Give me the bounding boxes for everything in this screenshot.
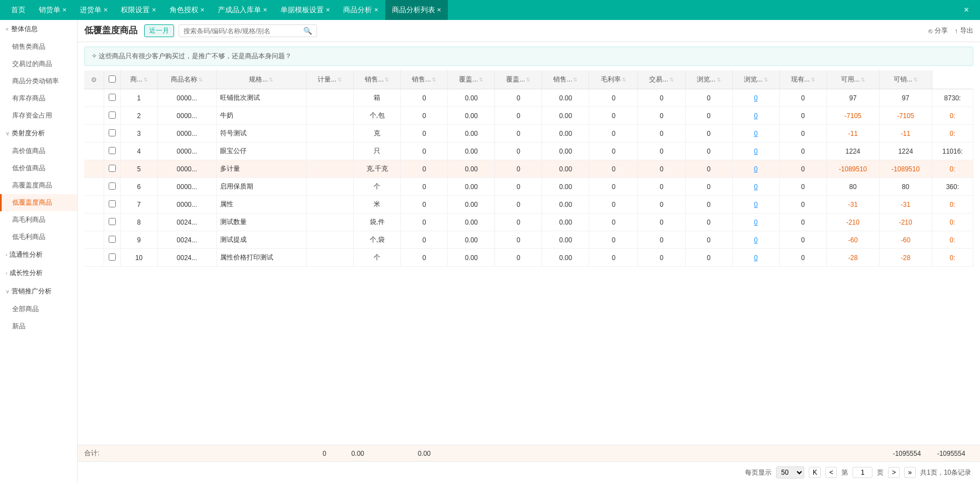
row-sales-qty: 0 xyxy=(401,143,448,160)
sidebar-item-new-products[interactable]: 新品 xyxy=(0,318,77,335)
row-check-9[interactable] xyxy=(109,253,116,261)
nav-templates[interactable]: 单据模板设置 × xyxy=(274,0,336,20)
row-checkbox[interactable] xyxy=(104,125,120,143)
nav-products[interactable]: 产成品入库单 × xyxy=(211,0,274,20)
col-browse1[interactable]: 浏览...⇅ xyxy=(685,70,732,89)
prev-page-btn[interactable]: < xyxy=(825,467,837,478)
row-cover1: 0 xyxy=(495,107,542,125)
sidebar-item-stocked[interactable]: 有库存商品 xyxy=(0,90,77,107)
col-unit[interactable]: 计量...⇅ xyxy=(307,70,354,89)
nav-permissions[interactable]: 权限设置 × xyxy=(114,0,162,20)
col-name[interactable]: 商品名称⇅ xyxy=(157,70,216,89)
last-page-btn[interactable]: » xyxy=(904,467,916,478)
row-browse1[interactable]: 0 xyxy=(732,196,779,213)
row-browse1[interactable]: 0 xyxy=(732,107,779,125)
row-check-1[interactable] xyxy=(109,111,116,119)
period-button[interactable]: 近一月 xyxy=(144,24,174,37)
sidebar-item-category-rate[interactable]: 商品分类动销率 xyxy=(0,73,77,90)
sidebar-item-high-gross[interactable]: 高毛利商品 xyxy=(0,211,77,228)
row-check-0[interactable] xyxy=(109,94,116,101)
col-saleable[interactable]: 可销...⇅ xyxy=(879,70,932,89)
row-checkbox[interactable] xyxy=(104,249,120,267)
row-browse1[interactable]: 0 xyxy=(732,143,779,160)
nav-home[interactable]: 首页 xyxy=(4,0,32,20)
first-page-btn[interactable]: K xyxy=(809,467,821,478)
sidebar-item-low-coverage[interactable]: 低覆盖度商品 xyxy=(0,194,77,211)
share-button[interactable]: ⎋ 分享 xyxy=(928,26,948,35)
sidebar-section-overall[interactable]: « 整体信息 xyxy=(0,20,77,38)
col-sales-qty[interactable]: 销售...⇅ xyxy=(354,70,401,89)
sidebar-section-growth[interactable]: › 成长性分析 xyxy=(0,264,77,282)
sort-icon-sales-amt: ⇅ xyxy=(432,77,436,83)
sidebar-item-all-products[interactable]: 全部商品 xyxy=(0,301,77,318)
row-browse1[interactable]: 0 xyxy=(732,231,779,249)
row-checkbox[interactable] xyxy=(104,143,120,160)
row-check-3[interactable] xyxy=(109,147,116,154)
next-page-btn[interactable]: > xyxy=(888,467,900,478)
row-settings xyxy=(84,231,104,249)
nav-close-btn[interactable]: × xyxy=(957,5,976,15)
col-cover2[interactable]: 覆盖...⇅ xyxy=(495,70,542,89)
row-browse1[interactable]: 0 xyxy=(732,160,779,178)
row-cover2: 0.00 xyxy=(542,196,589,213)
nav-analysis-list[interactable]: 商品分析列表 × xyxy=(385,0,448,20)
row-checkbox[interactable] xyxy=(104,231,120,249)
col-gross[interactable]: 毛利率⇅ xyxy=(589,70,638,89)
row-checkbox[interactable] xyxy=(104,89,120,107)
col-code[interactable]: 商...⇅ xyxy=(120,70,157,89)
sidebar-item-stock-capital[interactable]: 库存资金占用 xyxy=(0,107,77,124)
row-sales-amt: 0.00 xyxy=(448,213,495,231)
col-sales2[interactable]: 销售...⇅ xyxy=(542,70,589,89)
select-all-checkbox[interactable] xyxy=(109,75,116,83)
sidebar-item-high-value[interactable]: 高价值商品 xyxy=(0,143,77,160)
nav-roles[interactable]: 角色授权 × xyxy=(163,0,211,20)
sidebar-item-traded-products[interactable]: 交易过的商品 xyxy=(0,55,77,73)
row-spec xyxy=(307,231,354,249)
row-check-4[interactable] xyxy=(109,165,116,172)
col-browse2[interactable]: 浏览...⇅ xyxy=(732,70,779,89)
col-settings[interactable]: ⚙ xyxy=(84,70,104,89)
col-available[interactable]: 可用...⇅ xyxy=(826,70,879,89)
nav-sales[interactable]: 销货单 × xyxy=(32,0,73,20)
col-checkbox[interactable] xyxy=(104,70,120,89)
export-button[interactable]: ↑ 导出 xyxy=(955,26,973,35)
sidebar-item-low-gross[interactable]: 低毛利商品 xyxy=(0,228,77,246)
sidebar-section-circulation[interactable]: › 流通性分析 xyxy=(0,246,77,264)
sidebar-section-marketing[interactable]: ∨ 营销推广分析 xyxy=(0,282,77,301)
row-browse1[interactable]: 0 xyxy=(732,213,779,231)
sidebar-section-overall-label: 整体信息 xyxy=(11,24,38,34)
col-cover1[interactable]: 覆盖...⇅ xyxy=(448,70,495,89)
sidebar-item-low-value[interactable]: 低价值商品 xyxy=(0,160,77,177)
row-checkbox[interactable] xyxy=(104,160,120,178)
row-check-6[interactable] xyxy=(109,200,116,207)
sidebar-item-high-coverage[interactable]: 高覆盖度商品 xyxy=(0,177,77,194)
row-check-7[interactable] xyxy=(109,218,116,225)
row-checkbox[interactable] xyxy=(104,213,120,231)
col-sales-amt[interactable]: 销售...⇅ xyxy=(401,70,448,89)
search-input[interactable] xyxy=(183,27,303,35)
sidebar-section-coverage[interactable]: ∨ 类射度分析 xyxy=(0,124,77,143)
row-no: 10 xyxy=(120,249,157,267)
nav-analysis[interactable]: 商品分析 × xyxy=(336,0,385,20)
col-spec[interactable]: 规格...⇅ xyxy=(216,70,307,89)
row-check-8[interactable] xyxy=(109,236,116,243)
collapse-sidebar-icon[interactable]: « xyxy=(6,26,9,32)
nav-purchase[interactable]: 进货单 × xyxy=(73,0,114,20)
row-browse1[interactable]: 0 xyxy=(732,249,779,267)
row-checkbox[interactable] xyxy=(104,196,120,213)
sidebar-item-sales-products[interactable]: 销售类商品 xyxy=(0,38,77,55)
per-page-select[interactable]: 50 10 20 100 xyxy=(776,466,804,479)
col-trade[interactable]: 交易...⇅ xyxy=(638,70,685,89)
row-trade: 0 xyxy=(685,231,732,249)
current-page-input[interactable] xyxy=(853,467,872,478)
col-current[interactable]: 现有...⇅ xyxy=(779,70,826,89)
row-unit: 袋,件 xyxy=(354,213,401,231)
row-browse1[interactable]: 0 xyxy=(732,89,779,107)
row-browse1[interactable]: 0 xyxy=(732,178,779,196)
row-check-2[interactable] xyxy=(109,129,116,136)
row-checkbox[interactable] xyxy=(104,178,120,196)
row-browse2: 0 xyxy=(779,143,826,160)
row-check-5[interactable] xyxy=(109,182,116,190)
row-browse1[interactable]: 0 xyxy=(732,125,779,143)
row-checkbox[interactable] xyxy=(104,107,120,125)
